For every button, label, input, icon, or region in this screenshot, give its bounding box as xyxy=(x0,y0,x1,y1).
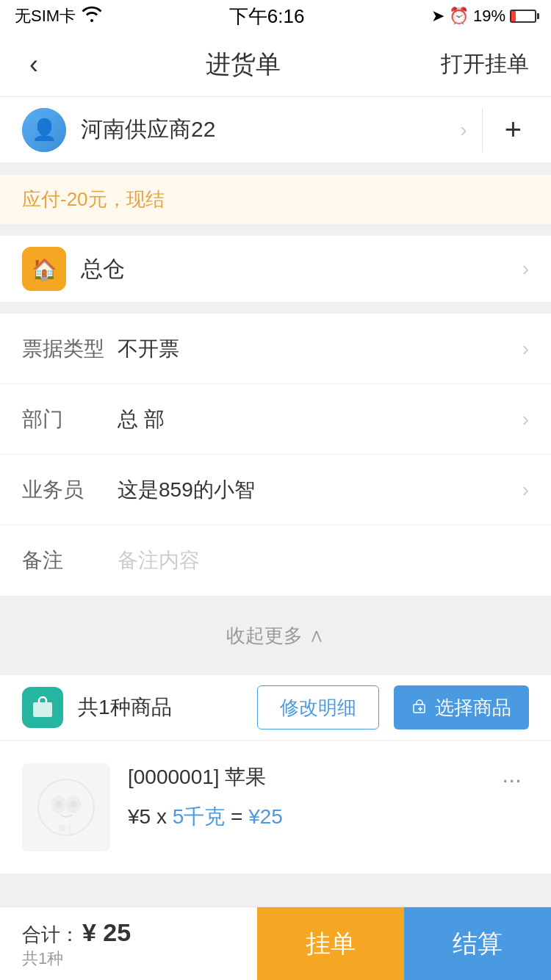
content: 👤 河南供应商22 › + 应付-20元，现结 🏠 总仓 › 票据类型 不开票 … xyxy=(0,97,551,947)
chevron-right-icon: › xyxy=(522,408,529,431)
checkout-button[interactable]: 结算 xyxy=(404,907,551,980)
invoice-label: 票据类型 xyxy=(22,335,118,363)
warehouse-row[interactable]: 🏠 总仓 › xyxy=(0,236,551,302)
battery-icon xyxy=(510,10,536,23)
product-unit-price: ¥5 xyxy=(128,805,151,828)
carrier-text: 无SIM卡 xyxy=(15,5,76,27)
chevron-right-icon: › xyxy=(460,118,467,142)
supplier-row[interactable]: 👤 河南供应商22 › + xyxy=(0,97,551,163)
chevron-right-icon: › xyxy=(522,478,529,502)
chevron-right-icon: › xyxy=(522,257,529,281)
divider xyxy=(482,108,483,152)
bottom-bar: 合计： ¥ 25 共1种 挂单 结算 xyxy=(0,907,551,980)
sales-row[interactable]: 业务员 这是859的小智 › xyxy=(0,455,551,525)
open-hang-button[interactable]: 打开挂单 xyxy=(441,49,529,79)
add-supplier-button[interactable]: + xyxy=(497,106,529,154)
back-button[interactable]: ‹ xyxy=(22,42,46,87)
supplier-name: 河南供应商22 xyxy=(81,115,460,145)
product-item: 督十 [0000001] 苹果 ¥5 x 5千克 = ¥25 ··· xyxy=(0,741,551,873)
collapse-button[interactable]: 收起更多 ∧ xyxy=(0,608,551,663)
product-code: [0000001] xyxy=(128,765,220,788)
notice-bar: 应付-20元，现结 xyxy=(0,175,551,224)
department-row[interactable]: 部门 总 部 › xyxy=(0,384,551,455)
alarm-icon: ⏰ xyxy=(449,7,469,26)
product-quantity: 5千克 xyxy=(173,805,226,828)
equals-sign: = xyxy=(231,805,248,828)
status-time: 下午6:16 xyxy=(229,4,305,29)
wifi-icon xyxy=(82,6,102,26)
location-icon: ➤ xyxy=(431,7,444,26)
note-value[interactable]: 备注内容 xyxy=(118,547,529,574)
chevron-right-icon: › xyxy=(522,337,529,361)
total-label: 合计： xyxy=(22,922,79,948)
sales-value: 这是859的小智 xyxy=(118,476,522,504)
cart-icon xyxy=(411,699,429,716)
warehouse-name: 总仓 xyxy=(81,254,522,284)
supplier-section: 👤 河南供应商22 › + xyxy=(0,97,551,163)
owl-logo: 督十 xyxy=(37,778,96,837)
select-product-button[interactable]: 选择商品 xyxy=(394,685,529,729)
hang-button[interactable]: 挂单 xyxy=(257,907,404,980)
status-left: 无SIM卡 xyxy=(15,5,102,27)
sales-label: 业务员 xyxy=(22,476,118,504)
product-name-text: 苹果 xyxy=(225,765,266,788)
svg-rect-0 xyxy=(33,702,52,717)
department-value: 总 部 xyxy=(118,406,522,433)
warehouse-icon: 🏠 xyxy=(22,247,66,291)
product-info: [0000001] 苹果 ¥5 x 5千克 = ¥25 xyxy=(128,763,477,831)
total-count: 共1种 xyxy=(22,948,235,970)
avatar-icon: 👤 xyxy=(32,118,57,142)
supplier-avatar: 👤 xyxy=(22,108,66,152)
product-menu-button[interactable]: ··· xyxy=(494,763,529,796)
form-section: 票据类型 不开票 › 部门 总 部 › 业务员 这是859的小智 › 备注 备注… xyxy=(0,314,551,596)
edit-detail-button[interactable]: 修改明细 xyxy=(257,685,379,729)
notice-text: 应付-20元，现结 xyxy=(22,188,165,210)
svg-point-8 xyxy=(70,801,77,808)
products-header: 共1种商品 修改明细 选择商品 xyxy=(0,675,551,740)
total-area: 合计： ¥ 25 共1种 xyxy=(0,907,257,980)
status-bar: 无SIM卡 下午6:16 ➤ ⏰ 19% xyxy=(0,0,551,32)
invoice-row[interactable]: 票据类型 不开票 › xyxy=(0,314,551,384)
status-right: ➤ ⏰ 19% xyxy=(431,7,536,26)
select-product-label: 选择商品 xyxy=(435,695,511,721)
product-name: [0000001] 苹果 xyxy=(128,763,477,791)
note-label: 备注 xyxy=(22,547,118,574)
invoice-value: 不开票 xyxy=(118,335,522,363)
note-row[interactable]: 备注 备注内容 xyxy=(0,525,551,596)
svg-point-7 xyxy=(55,801,62,808)
product-thumbnail: 督十 xyxy=(22,763,110,851)
products-icon xyxy=(22,687,63,728)
product-count-label: 共1种商品 xyxy=(78,693,242,721)
product-price: ¥5 x 5千克 = ¥25 xyxy=(128,803,477,831)
department-label: 部门 xyxy=(22,406,118,433)
total-value: ¥ 25 xyxy=(82,918,131,947)
collapse-text: 收起更多 ∧ xyxy=(226,623,324,649)
battery-percent: 19% xyxy=(473,7,505,26)
product-total-price: ¥25 xyxy=(248,805,283,828)
nav-bar: ‹ 进货单 打开挂单 xyxy=(0,32,551,97)
svg-text:督十: 督十 xyxy=(59,824,73,832)
price-separator: x xyxy=(156,805,173,828)
page-title: 进货单 xyxy=(206,48,281,82)
